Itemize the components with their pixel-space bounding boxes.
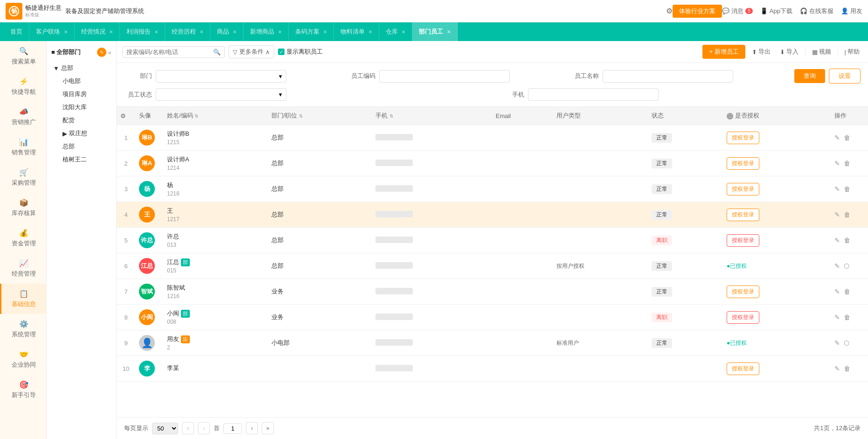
edit-icon[interactable]: ✎ (834, 160, 840, 167)
tab-barcode[interactable]: 条码方案✕ (289, 22, 334, 41)
info-icon[interactable]: ⓘ (727, 113, 733, 119)
emp-code-input[interactable] (379, 70, 510, 83)
per-page-select[interactable]: 50 20 100 (152, 423, 178, 434)
delete-icon[interactable]: 🗑 (844, 237, 850, 244)
edit-icon[interactable]: ✎ (834, 314, 840, 321)
close-icon[interactable]: ✕ (233, 29, 236, 35)
sidebar-item-inventory[interactable]: 📦 库存核算 (0, 193, 46, 223)
sidebar-item-marketing[interactable]: 📣 营销推广 (0, 102, 46, 132)
tab-operation[interactable]: 经营情况✕ (75, 22, 120, 41)
auth-button[interactable]: 授权登录 (727, 286, 759, 298)
delete-icon[interactable]: 🗑 (844, 314, 850, 321)
sidebar-item-bizmanage[interactable]: 📈 经营管理 (0, 253, 46, 284)
dept-node-shenyang[interactable]: 沈阳大库 (56, 101, 116, 114)
col-phone[interactable]: 手机 ⇅ (372, 107, 492, 125)
tab-warehouse[interactable]: 仓库✕ (379, 22, 412, 41)
sidebar-item-collab[interactable]: 🤝 企业协同 (0, 344, 46, 375)
sidebar-item-system[interactable]: ⚙️ 系统管理 (0, 314, 46, 344)
col-name[interactable]: 姓名/编码 ⇅ (163, 107, 268, 125)
emp-name-input[interactable] (603, 70, 733, 83)
auth-button[interactable]: 授权登录 (727, 234, 759, 247)
tab-customer[interactable]: 客户联络✕ (29, 22, 75, 41)
close-icon[interactable]: ✕ (109, 29, 113, 35)
search-input[interactable] (126, 49, 211, 56)
tab-add-goods[interactable]: 新增商品✕ (243, 22, 289, 41)
tab-bom[interactable]: 物料清单✕ (334, 22, 379, 41)
view-button[interactable]: ▦ 视频 (809, 46, 834, 58)
close-icon[interactable]: ✕ (368, 29, 372, 35)
experience-button[interactable]: 体验行业方案 (673, 5, 722, 18)
dept-all-label[interactable]: ■ 全部部门 (51, 48, 95, 56)
delete-icon[interactable]: 🗑 (844, 134, 850, 141)
edit-icon[interactable]: ✎ (834, 288, 840, 295)
dept-node-shuangzhuang[interactable]: ▶ 双庄想 (56, 127, 116, 140)
close-icon[interactable]: ✕ (447, 29, 451, 35)
edit-icon[interactable]: ✎ (834, 262, 840, 270)
phone-input[interactable] (528, 88, 659, 101)
messages-button[interactable]: 💬 消息 5 (722, 7, 753, 15)
more-filter-button[interactable]: ▽ 更多条件 ∧ (229, 45, 274, 58)
dept-edit-icon[interactable]: ✎ (97, 48, 106, 57)
auth-button[interactable]: 授权登录 (727, 362, 759, 375)
delete-icon[interactable]: ⬡ (844, 339, 849, 347)
app-download-button[interactable]: 📱 App下载 (760, 7, 792, 15)
edit-icon[interactable]: ✎ (834, 134, 840, 141)
next-page-button[interactable]: › (246, 422, 258, 434)
delete-icon[interactable]: 🗑 (844, 185, 850, 193)
close-icon[interactable]: ✕ (64, 29, 68, 35)
edit-icon[interactable]: ✎ (834, 339, 840, 347)
online-service-button[interactable]: 🎧 在线客服 (800, 7, 833, 15)
first-page-button[interactable]: « (182, 422, 194, 434)
query-button[interactable]: 查询 (794, 69, 825, 83)
dept-node-project[interactable]: 项目库房 (56, 88, 116, 101)
sidebar-item-guide[interactable]: 🎯 新手引导 (0, 375, 46, 405)
sidebar-item-basic[interactable]: 📋 基础信息 (0, 284, 46, 314)
col-dept[interactable]: 部门/职位 ⇅ (268, 107, 372, 125)
delete-icon[interactable]: ⬡ (844, 262, 849, 270)
auth-button[interactable]: 授权登录 (727, 209, 759, 221)
import-button[interactable]: ⬇ 导入 (777, 46, 801, 58)
delete-icon[interactable]: 🗑 (844, 365, 850, 372)
last-page-button[interactable]: » (262, 422, 274, 434)
dept-node-peihuo[interactable]: 配货 (56, 114, 116, 127)
tab-goods[interactable]: 商品✕ (210, 22, 243, 41)
auth-button[interactable]: 授权登录 (727, 183, 759, 195)
tab-profit[interactable]: 利润报告✕ (120, 22, 165, 41)
dept-node-zongbu-parent[interactable]: ▼ 总部 (47, 62, 116, 75)
sidebar-item-search[interactable]: 🔍 搜索菜单 (0, 41, 46, 71)
dept-node-zhishu[interactable]: 植树王二 (56, 153, 116, 166)
dept-node-zongbu-child[interactable]: 总部 (56, 140, 116, 153)
delete-icon[interactable]: 🗑 (844, 160, 850, 167)
edit-icon[interactable]: ✎ (834, 365, 840, 372)
show-resigned-checkbox[interactable]: ✓ 显示离职员工 (278, 48, 323, 56)
dept-node-xiaodian[interactable]: 小电部 (56, 75, 116, 88)
close-icon[interactable]: ✕ (154, 29, 158, 35)
prev-page-button[interactable]: ‹ (198, 422, 210, 434)
close-icon[interactable]: ✕ (278, 29, 282, 35)
sidebar-item-quicknav[interactable]: ⚡ 快捷导航 (0, 71, 46, 102)
tab-home[interactable]: 首页 (4, 22, 29, 41)
status-select[interactable]: ▾ (156, 88, 286, 101)
close-icon[interactable]: ✕ (323, 29, 327, 35)
auth-button[interactable]: 授权登录 (727, 311, 759, 324)
sidebar-item-finance[interactable]: 💰 资金管理 (0, 223, 46, 253)
add-employee-button[interactable]: + 新增员工 (702, 45, 745, 59)
close-icon[interactable]: ✕ (402, 29, 405, 35)
settings-icon[interactable]: ⚙ (666, 7, 673, 15)
export-button[interactable]: ⬆ 导出 (749, 46, 773, 58)
auth-button[interactable]: 授权登录 (727, 132, 759, 144)
sidebar-item-sales[interactable]: 📊 销售管理 (0, 132, 46, 162)
user-menu-button[interactable]: 👤 用友 (841, 7, 862, 15)
sidebar-item-purchase[interactable]: 🛒 采购管理 (0, 162, 46, 193)
tab-department[interactable]: 部门员工✕ (412, 22, 458, 41)
delete-icon[interactable]: 🗑 (844, 288, 850, 295)
edit-icon[interactable]: ✎ (834, 185, 840, 193)
tab-history[interactable]: 经营历程✕ (165, 22, 210, 41)
table-settings-icon[interactable]: ⚙ (120, 112, 126, 119)
dept-select[interactable]: ▾ (156, 70, 286, 83)
delete-icon[interactable]: 🗑 (844, 211, 850, 218)
dept-collapse-button[interactable]: « (108, 49, 111, 56)
edit-icon[interactable]: ✎ (834, 237, 840, 244)
settings-button[interactable]: 设置 (829, 69, 861, 84)
auth-button[interactable]: 授权登录 (727, 157, 759, 170)
